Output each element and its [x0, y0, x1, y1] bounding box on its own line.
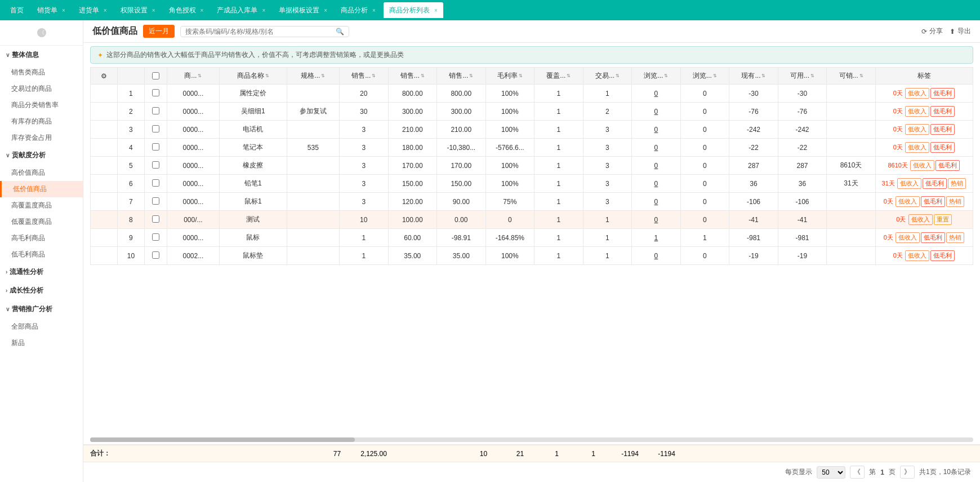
th-gear[interactable]: ⚙ — [91, 68, 118, 85]
search-input[interactable] — [185, 28, 332, 36]
sidebar-item-inventory-funds[interactable]: 库存资金占用 — [0, 130, 83, 146]
row-checkbox[interactable] — [152, 233, 159, 241]
th-check[interactable] — [144, 68, 167, 85]
nav-home[interactable]: 首页 — [5, 2, 29, 18]
td-browse1[interactable]: 0 — [632, 193, 681, 211]
sidebar-item-high-coverage[interactable]: 高覆盖度商品 — [0, 197, 83, 214]
td-check[interactable] — [144, 85, 167, 103]
td-available: -30 — [778, 85, 827, 103]
td-browse1[interactable]: 0 — [632, 85, 681, 103]
filter-button[interactable]: 近一月 — [143, 25, 175, 38]
nav-sales-order[interactable]: 销货单 × — [32, 2, 71, 18]
row-checkbox[interactable] — [152, 215, 159, 223]
next-page-btn[interactable]: 》 — [900, 466, 915, 479]
sidebar-item-low-value[interactable]: 低价值商品 — [0, 181, 83, 197]
th-coverage[interactable]: 覆盖...⇅ — [534, 68, 583, 85]
th-browse2[interactable]: 浏览...⇅ — [680, 68, 729, 85]
sidebar-item-low-margin[interactable]: 低毛利商品 — [0, 246, 83, 263]
td-browse1[interactable]: 0 — [632, 121, 681, 139]
nav-permission[interactable]: 权限设置 × — [115, 2, 161, 18]
td-name: 鼠标1 — [219, 193, 287, 211]
close-purchase-order[interactable]: × — [104, 7, 107, 14]
td-browse2: 0 — [680, 193, 729, 211]
td-check[interactable] — [144, 175, 167, 193]
sidebar-item-category-rate[interactable]: 商品分类销售率 — [0, 97, 83, 113]
td-check[interactable] — [144, 229, 167, 247]
sidebar-item-traded-products[interactable]: 交易过的商品 — [0, 81, 83, 97]
nav-product-analysis-list[interactable]: 商品分析列表 × — [384, 2, 443, 18]
sidebar-collapse-btn[interactable]: 《 — [37, 28, 46, 37]
row-checkbox[interactable] — [152, 179, 159, 187]
sidebar-section-liquidity[interactable]: › 流通性分析 — [0, 263, 83, 281]
row-checkbox[interactable] — [152, 143, 159, 151]
th-browse1[interactable]: 浏览...⇅ — [632, 68, 681, 85]
sidebar-section-overall[interactable]: ∨ 整体信息 — [0, 46, 83, 64]
td-browse1[interactable]: 0 — [632, 247, 681, 265]
sidebar-section-growth[interactable]: › 成长性分析 — [0, 281, 83, 300]
td-check[interactable] — [144, 193, 167, 211]
th-spec[interactable]: 规格...⇅ — [287, 68, 339, 85]
row-checkbox[interactable] — [152, 197, 159, 205]
close-role-auth[interactable]: × — [201, 7, 204, 14]
th-gross-rate[interactable]: 毛利率⇅ — [485, 68, 534, 85]
close-permission[interactable]: × — [152, 7, 155, 14]
search-icon[interactable]: 🔍 — [336, 28, 344, 36]
th-current[interactable]: 现有...⇅ — [729, 68, 778, 85]
h-scrollbar[interactable] — [90, 437, 973, 442]
sidebar-item-high-value[interactable]: 高价值商品 — [0, 165, 83, 181]
td-browse1[interactable]: 0 — [632, 157, 681, 175]
nav-template-settings[interactable]: 单据模板设置 × — [273, 2, 333, 18]
notice-text: 这部分商品的销售收入大幅低于商品平均销售收入，价值不高，可考虑调整营销策略，或是… — [106, 50, 404, 60]
sidebar-item-low-coverage[interactable]: 低覆盖度商品 — [0, 214, 83, 230]
th-trade[interactable]: 交易...⇅ — [583, 68, 632, 85]
td-gross-rate: 100% — [485, 85, 534, 103]
per-page-select[interactable]: 50 100 200 — [817, 466, 845, 479]
first-page-btn[interactable]: 《 — [850, 466, 865, 479]
row-checkbox[interactable] — [152, 89, 159, 96]
th-saleable[interactable]: 可销...⇅ — [827, 68, 876, 85]
select-all-checkbox[interactable] — [152, 72, 159, 79]
nav-purchase-order[interactable]: 进货单 × — [73, 2, 113, 18]
close-product-analysis-list[interactable]: × — [434, 7, 438, 14]
sidebar-item-new-products[interactable]: 新品 — [0, 335, 83, 351]
td-browse1[interactable]: 1 — [632, 229, 681, 247]
td-browse1[interactable]: 0 — [632, 211, 681, 229]
sidebar-section-marketing[interactable]: ∨ 营销推广分析 — [0, 300, 83, 319]
close-sales-order[interactable]: × — [62, 7, 65, 14]
close-product-analysis[interactable]: × — [372, 7, 376, 14]
sidebar-item-all-products[interactable]: 全部商品 — [0, 319, 83, 335]
close-finished-goods[interactable]: × — [262, 7, 265, 14]
sidebar-section-contribution[interactable]: ∨ 贡献度分析 — [0, 146, 83, 165]
row-checkbox[interactable] — [152, 161, 159, 169]
td-check[interactable] — [144, 211, 167, 229]
close-template-settings[interactable]: × — [324, 7, 327, 14]
td-sales-gross: 150.00 — [437, 175, 486, 193]
th-sales-amt[interactable]: 销售...⇅ — [388, 68, 437, 85]
th-sales-gross[interactable]: 销售...⇅ — [437, 68, 486, 85]
td-browse1[interactable]: 0 — [632, 103, 681, 121]
export-button[interactable]: ⬆ 导出 — [950, 26, 971, 36]
th-available[interactable]: 可用...⇅ — [778, 68, 827, 85]
th-sales-qty[interactable]: 销售...⇅ — [339, 68, 388, 85]
th-name[interactable]: 商品名称⇅ — [219, 68, 287, 85]
sidebar-item-sales-products[interactable]: 销售类商品 — [0, 64, 83, 81]
td-check[interactable] — [144, 247, 167, 265]
td-check[interactable] — [144, 139, 167, 157]
row-checkbox[interactable] — [152, 125, 159, 132]
td-sales-qty: 3 — [339, 175, 388, 193]
nav-role-auth[interactable]: 角色授权 × — [163, 2, 210, 18]
sidebar-item-in-stock[interactable]: 有库存的商品 — [0, 113, 83, 130]
td-check[interactable] — [144, 103, 167, 121]
row-checkbox[interactable] — [152, 251, 159, 259]
td-check[interactable] — [144, 121, 167, 139]
th-code[interactable]: 商...⇅ — [167, 68, 219, 85]
td-browse1[interactable]: 0 — [632, 139, 681, 157]
nav-product-analysis[interactable]: 商品分析 × — [335, 2, 381, 18]
share-button[interactable]: ⟳ 分享 — [921, 26, 943, 36]
nav-finished-goods[interactable]: 产成品入库单 × — [211, 2, 271, 18]
table-wrapper[interactable]: ⚙ 商...⇅ 商品名称⇅ 规格...⇅ 销售...⇅ 销售...⇅ 销售...… — [83, 67, 980, 437]
sidebar-item-high-margin[interactable]: 高毛利商品 — [0, 230, 83, 246]
td-check[interactable] — [144, 157, 167, 175]
td-browse1[interactable]: 0 — [632, 175, 681, 193]
row-checkbox[interactable] — [152, 107, 159, 114]
